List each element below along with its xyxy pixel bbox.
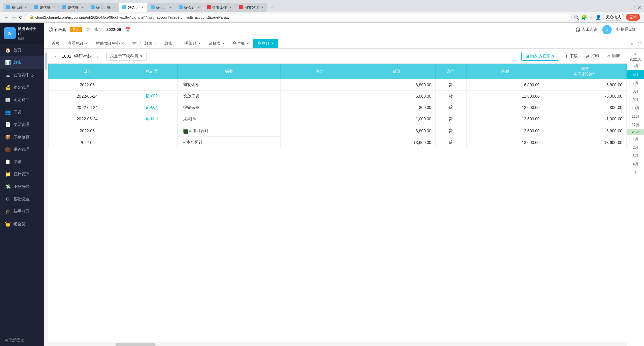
account-icon[interactable]: 👤 bbox=[595, 15, 601, 20]
subject-filter-dropdown[interactable]: 只显示下级科目 ▼ bbox=[106, 52, 147, 61]
tab-voucher-view[interactable]: 查看凭证 ✕ bbox=[64, 39, 92, 48]
sidebar-item-expense[interactable]: 💸 小畅报销 bbox=[0, 181, 44, 193]
cell-voucher-2[interactable]: 记-002 bbox=[126, 91, 177, 102]
sidebar-item-invoice[interactable]: 📄 发票管理 bbox=[0, 118, 44, 131]
tab-7-close[interactable]: ✕ bbox=[197, 6, 200, 9]
cal-month-dec[interactable]: 12月 bbox=[627, 121, 644, 129]
browser-tab-6[interactable]: 好会计 ✕ bbox=[147, 3, 175, 12]
cal-scroll-down-btn[interactable]: ▼ bbox=[633, 168, 639, 175]
print-button[interactable]: 🖨 打印 bbox=[583, 52, 602, 60]
sidebar-item-archive[interactable]: 📁 归档管理 bbox=[0, 168, 44, 181]
bookmark-icon[interactable]: ★ bbox=[589, 15, 593, 20]
tab-voucher-summary-close[interactable]: ✕ bbox=[154, 42, 156, 45]
tab-5-close[interactable]: ✕ bbox=[141, 6, 144, 9]
tab-1-close[interactable]: ✕ bbox=[24, 6, 27, 9]
sidebar-item-closing[interactable]: 📋 结账 bbox=[0, 156, 44, 168]
cal-month-feb[interactable]: 2月 bbox=[627, 143, 644, 152]
cal-month-nov[interactable]: 11月 bbox=[627, 112, 644, 121]
tab-smart-voucher[interactable]: 智能凭证中心 ✕ bbox=[92, 39, 128, 48]
sidebar-unpin-button[interactable]: ◀ 取消固定 bbox=[0, 334, 44, 346]
cal-month-aug[interactable]: 8月 bbox=[627, 87, 644, 96]
window-max-button[interactable]: ⬜ bbox=[629, 5, 635, 10]
sidebar-item-inventory[interactable]: 📦 库存核算 bbox=[0, 131, 44, 143]
tab-chrono-ledger[interactable]: 序时账 ✕ bbox=[229, 39, 253, 48]
consultant-button[interactable]: 🎧 人工咨询 bbox=[575, 27, 598, 32]
browser-tab-1[interactable]: 易代账 ✕ bbox=[3, 3, 31, 12]
tab-3-close[interactable]: ✕ bbox=[81, 6, 84, 9]
tab-chrono-ledger-close[interactable]: ✕ bbox=[246, 42, 249, 45]
tab-balance[interactable]: 余额表 ✕ bbox=[205, 39, 229, 48]
sidebar-item-ledger[interactable]: 📊 总账 bbox=[0, 56, 44, 69]
scroll-thumb-v[interactable] bbox=[45, 53, 47, 70]
nav-back-button[interactable]: ← bbox=[4, 14, 9, 20]
tab-smart-voucher-close[interactable]: ✕ bbox=[121, 42, 124, 45]
browser-tab-9[interactable]: 用友好业 ✕ bbox=[235, 3, 267, 12]
browser-tab-2[interactable]: 易代账 ✕ bbox=[31, 3, 59, 12]
browser-tab-5-active[interactable]: 好会计 ✕ bbox=[119, 3, 147, 12]
search-icon[interactable]: 🔍 bbox=[574, 15, 579, 20]
browser-tab-8[interactable]: 企业工作 ✕ bbox=[204, 3, 235, 12]
sidebar-item-funds[interactable]: 💰 资金管理 bbox=[0, 81, 44, 94]
sidebar-item-home[interactable]: 🏠 首页 bbox=[0, 44, 44, 56]
tab-multi-col-active[interactable]: 多栏账 ✕ bbox=[253, 39, 278, 48]
extension-icon[interactable]: 🧩 bbox=[581, 15, 587, 20]
cal-month-mar[interactable]: 3月 bbox=[627, 152, 644, 160]
multi-col-button[interactable]: ⊞ 特殊多栏账 ▼ bbox=[521, 52, 559, 61]
tab-detail-ledger[interactable]: 明细账 ✕ bbox=[180, 39, 205, 48]
user-avatar[interactable]: U bbox=[602, 25, 612, 34]
nav-refresh-button[interactable]: ↻ bbox=[19, 15, 23, 20]
tab-multi-col-close[interactable]: ✕ bbox=[271, 42, 274, 45]
window-close-button[interactable]: ✕ bbox=[637, 5, 641, 10]
update-button[interactable]: 更新 bbox=[626, 14, 640, 21]
h-scroll-thumb[interactable] bbox=[115, 343, 156, 346]
cal-month-apr[interactable]: 4月 bbox=[627, 160, 644, 168]
horizontal-scrollbar[interactable] bbox=[48, 342, 627, 346]
window-min-button[interactable]: — bbox=[621, 5, 626, 11]
collapse-icon[interactable]: ✕ bbox=[629, 41, 635, 48]
tab-balance-close[interactable]: ✕ bbox=[222, 42, 225, 45]
tab-9-close[interactable]: ✕ bbox=[261, 6, 264, 9]
cal-month-jun-active[interactable]: 6月 bbox=[627, 70, 644, 79]
sidebar-item-tax[interactable]: 💼 税务管理 bbox=[0, 143, 44, 156]
stealth-mode-btn[interactable]: 无痕模式 bbox=[603, 14, 624, 21]
settings-gear-icon[interactable]: ⚙ bbox=[86, 27, 90, 32]
cal-month-may[interactable]: 5月 bbox=[627, 62, 644, 70]
browser-tab-7[interactable]: 好会计 ✕ bbox=[175, 3, 203, 12]
tab-general-ledger[interactable]: 总账 ✕ bbox=[160, 39, 180, 48]
cal-scroll-up-btn[interactable]: ▲ bbox=[633, 50, 639, 57]
cal-month-jan[interactable]: 1月 bbox=[627, 135, 644, 143]
url-input[interactable]: 🔒 cloud2.chanjet.com/accounting/uh26t264… bbox=[25, 14, 572, 21]
download-button[interactable]: ⬇ 下载 bbox=[562, 52, 580, 60]
sidebar-item-guide[interactable]: 🎓 新手引导 bbox=[0, 205, 44, 218]
nav-forward-button[interactable]: → bbox=[11, 14, 17, 20]
cell-voucher-3[interactable]: 记-004 bbox=[126, 102, 177, 113]
browser-tab-3[interactable]: 易代账 ✕ bbox=[59, 3, 87, 12]
cell-voucher-4[interactable]: 记-006 bbox=[126, 113, 177, 125]
refresh-button[interactable]: ↻ 刷新 bbox=[604, 52, 623, 60]
tab-4-close[interactable]: ✕ bbox=[113, 6, 115, 9]
next-account-button[interactable]: › bbox=[94, 53, 101, 60]
sidebar-item-member[interactable]: 👑 畅会员 bbox=[0, 218, 44, 230]
browser-tab-4[interactable]: 好会计账 ✕ bbox=[87, 3, 119, 12]
tab-2-close[interactable]: ✕ bbox=[53, 6, 55, 9]
voucher-link-4[interactable]: 记-006 bbox=[146, 116, 158, 121]
sidebar-item-settings[interactable]: ⚙ 基础设置 bbox=[0, 193, 44, 205]
vertical-scrollbar[interactable] bbox=[44, 49, 48, 346]
tab-voucher-view-close[interactable]: ✕ bbox=[85, 42, 88, 45]
tab-voucher-summary[interactable]: 凭证汇总表 ✕ bbox=[128, 39, 160, 48]
tab-general-ledger-close[interactable]: ✕ bbox=[174, 42, 176, 45]
calendar-icon[interactable]: 📅 bbox=[125, 27, 131, 32]
add-tab-button[interactable]: + bbox=[267, 3, 277, 12]
sidebar-item-assets[interactable]: 🏢 固定资产 bbox=[0, 94, 44, 106]
voucher-link-3[interactable]: 记-004 bbox=[146, 105, 158, 110]
cal-month-jul[interactable]: 7月 bbox=[627, 79, 644, 87]
expand-icon[interactable]: ⛶ bbox=[636, 41, 643, 47]
tab-8-close[interactable]: ✕ bbox=[229, 6, 232, 9]
sidebar-item-payroll[interactable]: 👥 工资 bbox=[0, 106, 44, 118]
sidebar-item-reports[interactable]: ☁ 云报表中心 bbox=[0, 69, 44, 81]
cal-month-sep[interactable]: 9月 bbox=[627, 96, 644, 104]
tab-6-close[interactable]: ✕ bbox=[169, 6, 172, 9]
tab-home[interactable]: 首页 bbox=[48, 39, 64, 48]
voucher-link-2[interactable]: 记-002 bbox=[146, 94, 158, 98]
prev-account-button[interactable]: ‹ bbox=[52, 53, 59, 60]
